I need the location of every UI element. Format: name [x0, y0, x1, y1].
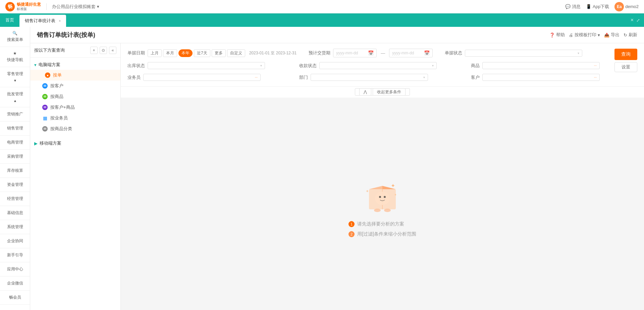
- svg-point-14: [375, 192, 390, 205]
- salesperson-select[interactable]: ···: [143, 74, 261, 81]
- scheme-group-mobile: ▶ 移动端方案: [30, 136, 120, 150]
- department-select[interactable]: ▾: [311, 74, 428, 81]
- scheme-item-by-order[interactable]: ● 按单: [30, 70, 120, 81]
- avatar: Ea: [614, 2, 624, 11]
- customer-label: 客户: [471, 74, 480, 81]
- scheme-group-desktop-header[interactable]: ▾ 电脑端方案: [30, 60, 120, 70]
- refresh-button[interactable]: ↻ 刷新: [624, 32, 637, 38]
- download-icon: 📱: [586, 4, 591, 9]
- this-month-btn[interactable]: 本月: [163, 49, 177, 57]
- sidebar-item-corp-collab[interactable]: 企业协同: [0, 234, 30, 248]
- goods-ellipsis-icon: ···: [594, 64, 597, 67]
- sidebar-item-retail[interactable]: 零售管理 ▾: [0, 67, 30, 87]
- expected-date-start[interactable]: yyyy-mm-dd 📅: [333, 49, 377, 57]
- seven-days-btn[interactable]: 近7天: [194, 49, 210, 57]
- tip-num-1: 1: [348, 221, 355, 227]
- filter-panel: 单据日期 上月 本月 本年 近7天 更多 自定义 2023-01-01 至 20…: [121, 43, 644, 310]
- logo-area: 畅 畅捷通好生意 标准版: [5, 2, 41, 11]
- scheme-item-by-goods[interactable]: 按商品: [30, 91, 120, 102]
- scheme-group-mobile-header[interactable]: ▶ 移动端方案: [30, 138, 120, 148]
- user-menu-button[interactable]: Ea demo2: [614, 2, 639, 11]
- sidebar-item-ecommerce[interactable]: 电商管理: [0, 136, 30, 150]
- sidebar-item-wechat[interactable]: 企业微信: [0, 276, 30, 291]
- scheme-group-desktop: ▾ 电脑端方案 ● 按单 按客户: [30, 58, 120, 136]
- top-bar-right: 💬 消息 📱 App下载 Ea demo2: [565, 2, 639, 11]
- scheme-item-by-customer[interactable]: 按客户: [30, 81, 120, 91]
- workspace-selector[interactable]: 办公用品行业模拟账套 ▾: [52, 4, 99, 10]
- sidebar-item-sales[interactable]: 销售管理: [0, 121, 30, 136]
- pay-status-select[interactable]: ▾: [319, 62, 437, 69]
- expand-window-button[interactable]: ⤢: [636, 18, 640, 23]
- customer-select[interactable]: ···: [482, 74, 600, 81]
- date-sep: —: [381, 51, 385, 56]
- chevron-right-icon: ▶: [34, 141, 38, 146]
- sidebar-item-system[interactable]: 系统管理: [0, 220, 30, 234]
- scheme-item-by-category[interactable]: 按商品分类: [30, 123, 120, 134]
- date-label: 单据日期: [127, 50, 145, 56]
- filter-area-wrapper: 单据日期 上月 本月 本年 近7天 更多 自定义 2023-01-01 至 20…: [121, 43, 644, 86]
- svg-rect-5: [44, 96, 46, 96]
- add-scheme-button[interactable]: +: [90, 47, 98, 54]
- prev-month-btn[interactable]: 上月: [148, 49, 162, 57]
- tab-sales-order[interactable]: 销售订单统计表 ×: [19, 15, 66, 27]
- sidebar-item-app-center[interactable]: 应用中心: [0, 262, 30, 276]
- scheme-item-by-customer-goods[interactable]: 按客户+商品: [30, 102, 120, 113]
- logo-icon: 畅: [5, 2, 15, 11]
- collapse-bar[interactable]: ⋀ 收起更多条件: [121, 86, 644, 98]
- collapse-up-icon: ⋀: [359, 88, 371, 96]
- scheme-item-by-salesperson[interactable]: ▦ 按业务员: [30, 113, 120, 123]
- status-select[interactable]: ▾: [465, 50, 582, 57]
- salesperson-ellipsis-icon: ···: [255, 75, 258, 79]
- sidebar-item-purchase[interactable]: 采购管理: [0, 150, 30, 164]
- svg-text:✦: ✦: [391, 183, 395, 189]
- svg-rect-10: [44, 129, 46, 130]
- out-status-select[interactable]: ▾: [148, 62, 265, 69]
- expected-date-end[interactable]: yyyy-mm-dd 📅: [389, 49, 433, 57]
- svg-point-15: [379, 196, 381, 198]
- goods-select[interactable]: ···: [482, 62, 600, 69]
- department-label: 部门: [299, 74, 308, 81]
- sidebar: 🔍 搜索菜单 ★ 快捷导航 零售管理 ▾ 批发管理 ▴ 营销推广 销售管理 电商…: [0, 27, 30, 310]
- this-year-btn[interactable]: 本年: [178, 49, 193, 57]
- help-button[interactable]: ❓ 帮助: [549, 32, 565, 38]
- pay-status-label: 收款状态: [299, 63, 317, 69]
- sidebar-item-member[interactable]: 畅会员: [0, 291, 30, 305]
- more-date-btn[interactable]: 更多: [212, 49, 226, 57]
- status-arrow-icon: ▾: [578, 51, 579, 55]
- query-button[interactable]: 查询: [614, 49, 637, 60]
- svg-rect-8: [44, 106, 46, 107]
- empty-tip-1: 1 请先选择要分析的方案: [348, 221, 416, 227]
- scheme-title: 按以下方案查询: [34, 47, 65, 53]
- tab-home[interactable]: 首页: [0, 13, 19, 27]
- by-order-icon: ●: [45, 72, 50, 78]
- split-layout: 按以下方案查询 + ⊙ « ▾ 电脑端方案 ●: [30, 43, 644, 310]
- sidebar-quick-nav[interactable]: ★ 快捷导航: [0, 47, 30, 67]
- logo-subtitle: 标准版: [17, 7, 41, 11]
- message-button[interactable]: 💬 消息: [565, 4, 581, 10]
- settings-button[interactable]: 设置: [614, 62, 637, 72]
- export-button[interactable]: 📤 导出: [604, 32, 620, 38]
- svg-rect-3: [44, 96, 46, 97]
- edit-scheme-button[interactable]: ⊙: [100, 47, 107, 54]
- sidebar-item-wholesale[interactable]: 批发管理 ▴: [0, 87, 30, 107]
- custom-date-btn[interactable]: 自定义: [227, 49, 245, 57]
- close-window-button[interactable]: ×: [631, 17, 634, 23]
- sidebar-item-marketing[interactable]: 营销推广: [0, 107, 30, 121]
- sidebar-item-management[interactable]: 经营管理: [0, 192, 30, 206]
- sidebar-item-basic[interactable]: 基础信息: [0, 206, 30, 220]
- scheme-header: 按以下方案查询 + ⊙ «: [30, 43, 120, 58]
- sidebar-item-inventory[interactable]: 库存核算: [0, 164, 30, 178]
- tip-num-2: 2: [348, 231, 355, 237]
- nav-tabs: 首页 销售订单统计表 × × ⤢: [0, 13, 644, 27]
- app-download-button[interactable]: 📱 App下载: [586, 4, 609, 10]
- sidebar-item-finance[interactable]: 资金管理: [0, 178, 30, 192]
- sidebar-item-guide[interactable]: 新手引导: [0, 248, 30, 262]
- goods-field: 商品 ···: [471, 62, 637, 69]
- print-button[interactable]: 🖨 按模板打印 ▾: [569, 32, 600, 38]
- tab-close-button[interactable]: ×: [59, 19, 61, 23]
- sidebar-search[interactable]: 🔍 搜索菜单: [0, 27, 30, 47]
- logo-text: 畅捷通好生意 标准版: [17, 2, 41, 11]
- export-icon: 📤: [604, 33, 609, 38]
- collapse-scheme-button[interactable]: «: [109, 47, 116, 54]
- message-icon: 💬: [565, 4, 571, 9]
